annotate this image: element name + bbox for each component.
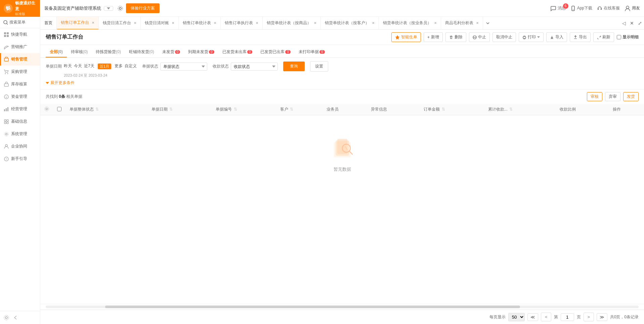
- tab-sales-total-product-close[interactable]: ✕: [314, 21, 316, 25]
- goto-label: 第: [554, 314, 558, 320]
- select-all-checkbox[interactable]: [57, 107, 61, 111]
- column-settings-icon[interactable]: [44, 107, 49, 111]
- expand-conditions-btn[interactable]: 展开更多条件: [46, 80, 639, 86]
- col-collected-sort[interactable]: ⇅: [509, 107, 513, 112]
- col-date-sort[interactable]: ⇅: [169, 107, 173, 112]
- filter-date-yesterday[interactable]: 昨天: [64, 63, 72, 70]
- tab-pin-left[interactable]: ◁: [620, 17, 628, 30]
- sidebar-item-system[interactable]: 系统管理: [0, 128, 40, 140]
- sub-tab-pending-review[interactable]: 待审核(0): [67, 47, 92, 57]
- sub-tab-not-printed[interactable]: 未打印单据0: [295, 47, 329, 57]
- tab-sales-exec[interactable]: 销售订单执行表 ✕: [221, 17, 263, 30]
- col-status-sort[interactable]: ⇅: [95, 107, 99, 112]
- sidebar-item-purchase[interactable]: 采购管理: [0, 66, 40, 78]
- cancel-stop-btn[interactable]: 取消中止: [492, 32, 516, 42]
- col-action: 操作: [609, 104, 644, 115]
- sidebar-item-inventory[interactable]: 库存核算: [0, 78, 40, 90]
- refresh-btn[interactable]: 刷新: [593, 32, 614, 42]
- filter-status-select[interactable]: 单据状态: [160, 63, 207, 71]
- col-number-sort[interactable]: ⇅: [234, 107, 237, 112]
- first-page-btn[interactable]: ≪: [527, 313, 538, 321]
- system-dropdown[interactable]: [104, 6, 113, 11]
- tab-home[interactable]: 首页: [40, 17, 57, 30]
- delete-btn[interactable]: 删除: [445, 32, 466, 42]
- tab-gross-margin[interactable]: 商品毛利分析表 ✕: [441, 17, 483, 30]
- sub-tab-overdue[interactable]: 到期未发货0: [184, 47, 218, 57]
- settings-gear-icon[interactable]: [117, 5, 123, 11]
- print-btn[interactable]: 打印: [519, 32, 544, 42]
- tab-cash-reconcile[interactable]: 钱货日清对账 ✕: [141, 17, 179, 30]
- tab-close-all[interactable]: ✕: [628, 17, 636, 30]
- tab-cash-reconcile-close[interactable]: ✕: [172, 21, 174, 25]
- tab-sales-stat-close[interactable]: ✕: [214, 21, 216, 25]
- solution-btn[interactable]: 体验行业方案: [126, 3, 160, 13]
- app-download-btn[interactable]: App下载: [570, 5, 592, 11]
- smart-gen-btn[interactable]: 智能生单: [391, 32, 421, 42]
- tab-gross-margin-close[interactable]: ✕: [476, 21, 479, 25]
- filter-date-item: 单据日期 昨天 今天 近7天 近1月 更多 自定义: [46, 63, 137, 70]
- tab-sales-total-customer[interactable]: 销货单统计表（按客户） ✕: [321, 17, 379, 30]
- tab-sales-stat[interactable]: 销售订单统计表 ✕: [179, 17, 221, 30]
- user-menu[interactable]: 用友: [625, 5, 640, 11]
- tab-sales-exec-close[interactable]: ✕: [256, 21, 258, 25]
- filter-payment-select[interactable]: 收款状态: [231, 63, 278, 71]
- settings-icon[interactable]: [3, 315, 9, 321]
- sidebar-item-sales[interactable]: 销售管理: [0, 53, 40, 66]
- tab-cash-daily[interactable]: 钱货日清工作台 ✕: [99, 17, 141, 30]
- setting-btn[interactable]: 设置: [310, 61, 328, 72]
- print-dropdown-icon[interactable]: [537, 36, 540, 38]
- sidebar-item-search[interactable]: 搜索菜单: [0, 17, 40, 28]
- next-page-btn[interactable]: ＞: [584, 313, 594, 321]
- tab-cash-daily-close[interactable]: ✕: [134, 21, 136, 25]
- tab-more-btn[interactable]: [483, 21, 492, 25]
- filter-date-more[interactable]: 更多: [115, 63, 123, 70]
- col-customer-sort[interactable]: ⇅: [290, 107, 293, 112]
- sub-tab-all[interactable]: 全部(0): [46, 47, 67, 57]
- stop-btn[interactable]: 中止: [469, 32, 490, 42]
- tab-sales-workbench-close[interactable]: ✕: [92, 21, 94, 25]
- sidebar-item-quick-nav[interactable]: 快捷导航: [0, 28, 40, 41]
- collapse-icon[interactable]: [13, 315, 19, 321]
- tab-sales-total-product[interactable]: 销货单统计表（按商品） ✕: [263, 17, 321, 30]
- sidebar-item-marketing[interactable]: 营销推广: [0, 41, 40, 53]
- sidebar-item-guide[interactable]: ? 新手引导: [0, 153, 40, 165]
- col-checkbox[interactable]: [53, 104, 66, 115]
- cancel-review-btn[interactable]: 弃审: [605, 92, 620, 101]
- sub-tab-shipped-not-out[interactable]: 已发货未出库0: [218, 47, 257, 57]
- message-btn[interactable]: 6 消息: [550, 5, 566, 11]
- sidebar-item-finance[interactable]: ¥ 资金管理: [0, 90, 40, 103]
- import-btn[interactable]: 导入: [546, 32, 567, 42]
- ship-btn[interactable]: 发货: [623, 92, 639, 101]
- show-detail-label[interactable]: 显示明细: [617, 34, 639, 40]
- sub-tab-pending-inspect[interactable]: 待拣货验货(0): [92, 47, 125, 57]
- filter-date-custom[interactable]: 自定义: [125, 63, 137, 70]
- per-page-select[interactable]: 50: [508, 313, 525, 321]
- filter-date-7days[interactable]: 近7天: [84, 63, 94, 70]
- last-page-btn[interactable]: ≫: [597, 313, 607, 321]
- tab-sales-total-staff[interactable]: 销货单统计表（按业务员） ✕: [379, 17, 441, 30]
- review-btn[interactable]: 审核: [587, 92, 602, 101]
- tab-sales-total-staff-close[interactable]: ✕: [434, 21, 437, 25]
- add-btn[interactable]: + 新增: [424, 32, 443, 42]
- tab-sales-workbench[interactable]: 销售订单工作台 ✕: [57, 17, 99, 30]
- tab-maximize[interactable]: ⤢: [636, 17, 644, 30]
- col-gear[interactable]: [40, 104, 53, 115]
- filter-date-1month[interactable]: 近1月: [96, 63, 113, 70]
- online-service-btn[interactable]: 在线客服: [597, 5, 620, 11]
- query-btn[interactable]: 查询: [283, 62, 305, 71]
- page-input[interactable]: [561, 313, 574, 321]
- tab-sales-total-customer-close[interactable]: ✕: [372, 21, 375, 25]
- col-amount-sort[interactable]: ⇅: [442, 107, 445, 112]
- tab-home-label: 首页: [44, 20, 52, 26]
- sub-tab-shipped-out[interactable]: 已发货已出库0: [256, 47, 295, 57]
- prev-page-btn[interactable]: ＜: [541, 313, 551, 321]
- sidebar-item-operations[interactable]: 经营管理: [0, 103, 40, 115]
- filter-date-today[interactable]: 今天: [74, 63, 82, 70]
- sub-tab-wangpu[interactable]: 旺铺待发货(0): [125, 47, 158, 57]
- sidebar-item-basic[interactable]: 基础信息: [0, 115, 40, 128]
- scrollbar-thumb[interactable]: [105, 306, 520, 308]
- export-btn[interactable]: 导出: [570, 32, 591, 42]
- sub-tab-not-shipped[interactable]: 未发货0: [158, 47, 184, 57]
- sidebar-item-enterprise[interactable]: 企业协同: [0, 140, 40, 153]
- show-detail-checkbox[interactable]: [617, 35, 621, 39]
